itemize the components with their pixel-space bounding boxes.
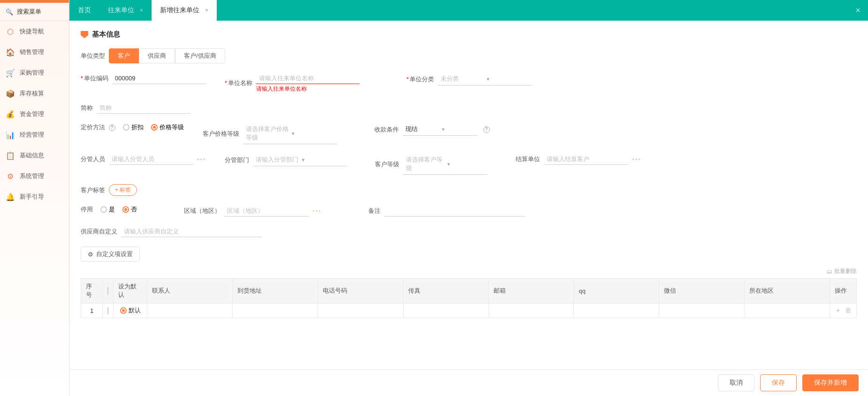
window-close-button[interactable]: × [848,6,868,16]
row-address[interactable] [233,303,318,318]
sidebar-item-system[interactable]: ⚙ 系统管理 [0,166,69,186]
tab-home[interactable]: 首页 [69,0,99,21]
sidebar-item-finance[interactable]: 💰 资金管理 [0,104,69,124]
row-actions: ＋ 🗑 [830,303,856,318]
customer-tag-field: 客户标签 + 标签 [81,184,137,196]
sidebar-item-label: 系统管理 [20,172,44,180]
pricing-level-option[interactable]: 价格等级 [151,123,184,132]
unit-type-both-btn[interactable]: 客户/供应商 [175,48,225,63]
disabled-yes-option[interactable]: 是 [100,205,115,214]
manager-field: 分管人员 ··· [81,154,206,165]
customer-price-level-select[interactable]: 请选择客户价格等级 ▼ [243,123,337,144]
col-action: 操作 [830,279,856,303]
custom-settings-label: 自定义项设置 [96,250,133,258]
pricing-level-radio[interactable] [151,124,158,131]
search-icon: 🔍 [6,8,13,16]
sidebar-item-sales[interactable]: 🏠 销售管理 [0,42,69,62]
remark-input[interactable] [384,205,525,217]
supplier-custom-row: 供应商自定义 [81,226,857,237]
row-address-input[interactable] [237,307,313,314]
row-checkbox[interactable] [107,307,108,315]
pricing-discount-option[interactable]: 折扣 [123,123,144,132]
row-area[interactable] [745,303,830,318]
batch-delete-label[interactable]: 批量删除 [834,267,857,275]
tab-partner-label: 往来单位 [108,6,134,15]
unit-code-input[interactable] [112,73,206,84]
tab-partner[interactable]: 往来单位 × [99,0,152,21]
header-checkbox[interactable] [107,287,108,295]
row-email[interactable] [488,303,574,318]
payment-terms-info-icon[interactable]: ? [483,126,490,133]
unit-name-error: 请输入往来单位名称 [256,85,359,93]
row-qq-input[interactable] [579,307,654,314]
tab-new-partner[interactable]: 新增往来单位 × [152,0,217,21]
col-default: 设为默认 [114,279,147,303]
tab-new-partner-close[interactable]: × [205,7,208,14]
col-email: 邮箱 [488,279,574,303]
row-phone-input[interactable] [323,307,398,314]
customer-level-select[interactable]: 请选择客户等级 ▼ [403,154,487,175]
save-button[interactable]: 保存 [760,374,797,391]
settlement-unit-input[interactable] [544,154,628,165]
sidebar-item-inventory[interactable]: 📦 库存核算 [0,83,69,104]
row-fax[interactable] [403,303,488,318]
cancel-button[interactable]: 取消 [718,374,754,391]
add-tag-button[interactable]: + 标签 [109,184,137,196]
pricing-method-radio-group: 折扣 价格等级 [123,123,184,132]
disabled-no-option[interactable]: 否 [122,205,137,214]
sidebar-item-basic-info[interactable]: 📋 基础信息 [0,145,69,166]
region-input[interactable] [224,205,309,217]
sidebar-item-operations[interactable]: 📊 经营管理 [0,124,69,145]
disabled-yes-radio[interactable] [100,206,107,213]
short-name-input[interactable] [97,102,190,114]
region-more-icon[interactable]: ··· [312,207,321,215]
tab-partner-close[interactable]: × [140,7,143,14]
manager-row: 分管人员 ··· 分管部门 请输入分管部门 ▼ 客户等级 请选择客户等级 ▼ 结… [81,154,857,175]
customer-level-label: 客户等级 [375,160,399,169]
payment-terms-select[interactable]: 现结 ▼ [403,123,478,136]
row-fax-input[interactable] [408,307,484,314]
sidebar-item-purchase[interactable]: 🛒 采购管理 [0,62,69,83]
row-email-input[interactable] [494,307,569,314]
settlement-unit-label: 结算单位 [516,155,540,163]
pricing-method-info-icon[interactable]: ? [109,124,115,131]
section-header: 基本信息 [81,30,857,39]
unit-category-field: *单位分类 未分类 ▼ [406,73,532,85]
sidebar-search[interactable]: 🔍 搜索菜单 [0,3,69,21]
row-contact[interactable] [147,303,233,318]
row-phone[interactable] [318,303,404,318]
remark-label: 备注 [368,207,381,215]
content-area: 基本信息 单位类型 客户 供应商 客户/供应商 *单位编码 *单位名称 [69,21,868,369]
row-add-button[interactable]: ＋ [835,306,841,315]
guide-icon: 🔔 [6,192,15,202]
unit-type-customer-btn[interactable]: 客户 [109,48,139,63]
remark-field: 备注 [368,205,525,217]
sales-icon: 🏠 [6,47,15,57]
pricing-discount-radio[interactable] [123,124,129,131]
row-delete-button[interactable]: 🗑 [845,306,852,315]
row-contact-input[interactable] [152,307,228,314]
bottom-bar: 取消 保存 保存并新增 [69,369,868,396]
manager-input[interactable] [109,154,193,165]
disabled-no-radio[interactable] [122,206,129,213]
sidebar-item-guide[interactable]: 🔔 新手引导 [0,186,69,207]
department-select[interactable]: 请输入分管部门 ▼ [253,154,347,166]
row-qq[interactable] [574,303,659,318]
unit-type-supplier-btn[interactable]: 供应商 [139,48,175,63]
manager-more-icon[interactable]: ··· [197,155,206,163]
custom-settings-button[interactable]: ⚙ 自定义项设置 [81,247,140,262]
col-fax: 传真 [403,279,488,303]
unit-name-input[interactable] [256,73,359,84]
row-area-input[interactable] [749,307,825,314]
col-wechat: 微信 [659,279,745,303]
payment-terms-chevron-icon: ▼ [441,127,475,132]
unit-category-select[interactable]: 未分类 ▼ [438,73,532,85]
save-new-button[interactable]: 保存并新增 [802,374,859,391]
row-wechat[interactable] [659,303,745,318]
supplier-custom-input[interactable] [121,226,262,237]
unit-type-row: 单位类型 客户 供应商 客户/供应商 [81,48,857,63]
row-default-radio[interactable]: 默认 [118,306,142,315]
sidebar-item-quick-nav[interactable]: ⬡ 快捷导航 [0,21,69,42]
settlement-unit-more-icon[interactable]: ··· [632,155,641,163]
row-wechat-input[interactable] [664,307,739,314]
